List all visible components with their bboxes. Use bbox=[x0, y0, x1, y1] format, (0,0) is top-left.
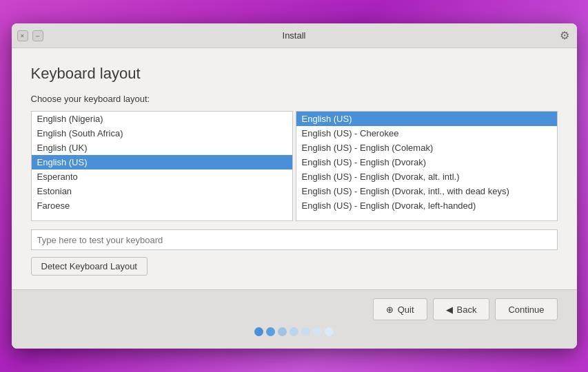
back-button[interactable]: ◀ Back bbox=[433, 298, 490, 320]
list-item-selected[interactable]: English (US) bbox=[296, 112, 557, 126]
page-title: Keyboard layout bbox=[31, 65, 558, 83]
close-button[interactable]: × bbox=[17, 30, 28, 41]
continue-button[interactable]: Continue bbox=[495, 298, 557, 320]
keyboard-lists: English (Nigeria) English (South Africa)… bbox=[31, 111, 558, 221]
step-dot-6 bbox=[313, 327, 322, 336]
window-title: Install bbox=[283, 30, 306, 41]
step-dot-7 bbox=[325, 327, 334, 336]
keyboard-test-input[interactable] bbox=[31, 229, 558, 250]
gear-icon[interactable]: ⚙ bbox=[558, 29, 571, 43]
list-item[interactable]: English (South Africa) bbox=[32, 126, 292, 141]
progress-steps bbox=[31, 327, 558, 340]
footer: ⊕ Quit ◀ Back Continue bbox=[12, 289, 577, 349]
quit-label: Quit bbox=[398, 304, 414, 315]
detect-keyboard-button[interactable]: Detect Keyboard Layout bbox=[31, 257, 148, 276]
step-dot-1 bbox=[254, 327, 263, 336]
language-list[interactable]: English (Nigeria) English (South Africa)… bbox=[31, 111, 293, 221]
step-dot-5 bbox=[301, 327, 310, 336]
list-item[interactable]: English (Nigeria) bbox=[32, 112, 292, 126]
instruction-label: Choose your keyboard layout: bbox=[31, 94, 558, 104]
step-dot-4 bbox=[290, 327, 298, 336]
list-item[interactable]: Faroese bbox=[32, 198, 292, 213]
quit-icon: ⊕ bbox=[386, 304, 394, 315]
continue-label: Continue bbox=[508, 304, 544, 315]
main-content: Keyboard layout Choose your keyboard lay… bbox=[12, 48, 577, 289]
back-icon: ◀ bbox=[446, 304, 453, 315]
step-dot-2 bbox=[266, 327, 275, 336]
step-dot-3 bbox=[278, 327, 287, 336]
list-item[interactable]: English (US) - English (Dvorak, left-han… bbox=[296, 198, 557, 213]
back-label: Back bbox=[457, 304, 477, 315]
list-item-selected[interactable]: English (US) bbox=[32, 155, 292, 169]
list-item[interactable]: English (US) - English (Colemak) bbox=[296, 141, 557, 155]
quit-button[interactable]: ⊕ Quit bbox=[373, 298, 427, 320]
list-item[interactable]: English (US) - English (Dvorak) bbox=[296, 155, 557, 169]
titlebar: × – Install ⚙ bbox=[12, 23, 577, 48]
nav-buttons: ⊕ Quit ◀ Back Continue bbox=[31, 298, 558, 320]
list-item[interactable]: English (US) - Cherokee bbox=[296, 126, 557, 141]
list-item[interactable]: Esperanto bbox=[32, 169, 292, 184]
minimize-button[interactable]: – bbox=[32, 30, 43, 41]
list-item[interactable]: Estonian bbox=[32, 184, 292, 198]
variant-list[interactable]: English (US) English (US) - Cherokee Eng… bbox=[296, 111, 558, 221]
titlebar-buttons: × – bbox=[17, 30, 43, 41]
list-item[interactable]: English (US) - English (Dvorak, intl., w… bbox=[296, 184, 557, 198]
list-item[interactable]: English (US) - English (Dvorak, alt. int… bbox=[296, 169, 557, 184]
install-window: × – Install ⚙ Keyboard layout Choose you… bbox=[12, 23, 577, 349]
list-item[interactable]: English (UK) bbox=[32, 141, 292, 155]
